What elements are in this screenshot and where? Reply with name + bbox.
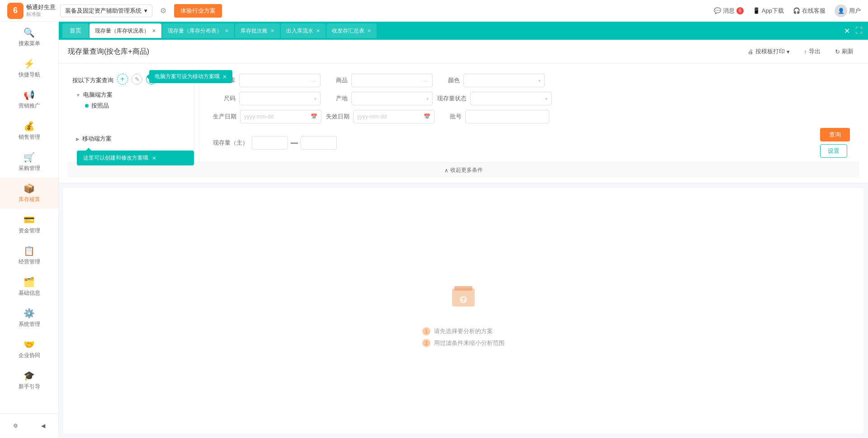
gear-button[interactable]: ⚙	[157, 5, 170, 17]
card-icon: 💳	[24, 214, 35, 225]
query-btn[interactable]: 查询	[820, 128, 850, 141]
app-download-btn[interactable]: 📱 App下载	[753, 7, 784, 15]
page-title: 现存量查询(按仓库+商品)	[68, 47, 149, 57]
query-area: 查询 设置	[820, 128, 850, 158]
add-scheme-btn[interactable]: +	[117, 74, 128, 85]
tab-fullscreen-btn[interactable]: ⛶	[854, 25, 864, 37]
online-support-btn[interactable]: 🎧 在线客服	[793, 7, 826, 15]
cart-icon: 🛒	[24, 152, 35, 163]
sidebar-item-label: 快捷导航	[19, 71, 40, 79]
tab-batch[interactable]: 库存批次账 ✕	[235, 24, 280, 38]
chevron-down-icon: ▾	[787, 48, 790, 55]
close-icon[interactable]: ✕	[316, 28, 320, 34]
tooltip-close-btn-2[interactable]: ✕	[152, 155, 156, 161]
stock-status-select[interactable]: ▾	[470, 92, 552, 105]
sidebar-item-finance[interactable]: 💳 资金管理	[0, 209, 58, 240]
close-icon[interactable]: ✕	[270, 28, 274, 34]
close-icon[interactable]: ✕	[152, 28, 156, 34]
color-select[interactable]: ▾	[463, 74, 545, 87]
sidebar-item-collab[interactable]: 🤝 企业协同	[0, 334, 58, 365]
megaphone-icon: 📢	[24, 89, 35, 100]
pc-scheme-header: ▼ 电脑端方案	[76, 89, 189, 101]
filter-row-4: 现存量（主） — 查询 设置	[213, 128, 850, 158]
calendar-icon: 📅	[311, 113, 317, 120]
tab-summary[interactable]: 收发存汇总表 ✕	[326, 24, 377, 38]
notification-btn[interactable]: 💬 消息 6	[714, 7, 744, 15]
app-selector[interactable]: 装备及固定资产辅助管理系统 ▾	[60, 5, 152, 17]
tab-label: 收发存汇总表	[332, 27, 364, 35]
produce-date-input[interactable]: yyyy-mm-dd 📅	[240, 110, 321, 123]
set-btn[interactable]: 设置	[820, 144, 847, 158]
tab-close-all-btn[interactable]: ✕	[842, 25, 852, 37]
stock-status-label: 现存量状态	[437, 94, 467, 103]
expire-date-field: 失效日期 yyyy-mm-dd 📅	[326, 110, 434, 123]
guide-icon: 🎓	[24, 370, 35, 381]
origin-select[interactable]: ▾	[351, 92, 433, 105]
close-icon[interactable]: ✕	[367, 28, 371, 34]
sidebar: 🔍 搜索菜单 ⚡ 快捷导航 📢 营销推广 💰 销售管理 🛒 采购管理 📦 库存核…	[0, 22, 59, 438]
tab-label: 现存量（库存分布表）	[168, 27, 222, 35]
logo-area: 6 畅通好生意 标准版	[7, 3, 56, 19]
tab-inout-flow[interactable]: 出入库流水 ✕	[281, 24, 326, 38]
mobile-scheme-group: ▶ 移动端方案	[76, 133, 189, 145]
sidebar-item-system[interactable]: ⚙️ 系统管理	[0, 302, 58, 334]
goods-field: 商品 ···	[325, 74, 433, 87]
tooltip-close-btn[interactable]: ✕	[222, 74, 227, 80]
user-area[interactable]: 👤 用户	[835, 5, 861, 17]
batch-field: 批号	[439, 110, 549, 123]
sidebar-item-inventory[interactable]: 📦 库存核算	[0, 178, 58, 209]
sidebar-item-search[interactable]: 🔍 搜索菜单	[0, 22, 58, 53]
edit-scheme-btn[interactable]: ✎	[132, 74, 142, 85]
tip-text-1: 请先选择要分析的方案	[434, 327, 493, 335]
refresh-btn[interactable]: ↻ 刷新	[830, 45, 859, 58]
filter-label: 按以下方案查询	[72, 74, 113, 85]
page-header: 现存量查询(按仓库+商品) 🖨 按模板打印 ▾ ↑ 导出 ↻ 刷新	[59, 40, 868, 64]
chevron-up-icon: ∧	[444, 167, 448, 174]
sidebar-item-sales[interactable]: 💰 销售管理	[0, 115, 58, 146]
sidebar-item-basic[interactable]: 🗂️ 基础信息	[0, 271, 58, 302]
sidebar-item-management[interactable]: 📋 经营管理	[0, 240, 58, 271]
batch-input[interactable]	[465, 110, 549, 123]
svg-text:?: ?	[462, 297, 465, 302]
export-btn[interactable]: ↑ 导出	[799, 45, 826, 58]
tab-inventory-dist[interactable]: 现存量（库存分布表） ✕	[162, 24, 234, 38]
sidebar-item-guide[interactable]: 🎓 新手引导	[0, 365, 58, 396]
size-select[interactable]: ▾	[239, 92, 321, 105]
sidebar-item-quicknav[interactable]: ⚡ 快捷导航	[0, 53, 58, 84]
calendar-icon-2: 📅	[424, 113, 430, 120]
expire-date-input[interactable]: yyyy-mm-dd 📅	[353, 110, 434, 123]
export-icon: ↑	[804, 48, 807, 55]
origin-field: 产地 ▾	[325, 92, 433, 105]
stock-main-max-input[interactable]	[301, 136, 337, 150]
sidebar-bottom: ⚙ ◀	[0, 413, 58, 438]
page-actions: 🖨 按模板打印 ▾ ↑ 导出 ↻ 刷新	[742, 45, 859, 58]
tip-text-2: 用过滤条件来缩小分析范围	[434, 339, 505, 347]
print-btn[interactable]: 🖨 按模板打印 ▾	[742, 45, 795, 58]
stock-main-min-input[interactable]	[252, 136, 288, 150]
sidebar-item-purchase[interactable]: 🛒 采购管理	[0, 146, 58, 178]
search-icon: 🔍	[24, 27, 35, 38]
box-icon: 📦	[24, 183, 35, 194]
warehouse-select[interactable]: ···	[239, 74, 321, 87]
tab-home[interactable]: 首页	[62, 24, 89, 38]
mobile-scheme-label: 移动端方案	[82, 135, 112, 143]
goods-select[interactable]: ···	[351, 74, 433, 87]
select-arrow-icon-4: ▾	[545, 96, 547, 101]
settings-small-icon: ⚙	[13, 423, 18, 429]
color-field: 颜色 ▾	[437, 74, 545, 87]
sidebar-item-marketing[interactable]: 📢 营销推广	[0, 84, 58, 115]
industry-button[interactable]: 体验行业方案	[174, 4, 222, 18]
sidebar-collapse-btn[interactable]: ◀	[38, 419, 49, 433]
close-icon[interactable]: ✕	[225, 28, 229, 34]
empty-state: ? 1 请先选择要分析的方案 2 用过滤条件来缩小分析范围	[63, 188, 863, 433]
empty-tip-2: 2 用过滤条件来缩小分析范围	[422, 339, 505, 347]
sidebar-settings-btn[interactable]: ⚙	[9, 419, 22, 433]
logo-text: 畅通好生意	[26, 4, 56, 11]
stock-main-field: 现存量（主） —	[213, 136, 337, 150]
goods-label: 商品	[325, 76, 348, 85]
folder-icon: 🗂️	[24, 277, 35, 287]
size-field: 尺码 ▾	[213, 92, 321, 105]
filter-area: 按以下方案查询 + ✎ ← 电脑方案可设为移动方案哦 ✕	[59, 64, 868, 184]
tab-label: 出入库流水	[286, 27, 313, 35]
tab-inventory-status[interactable]: 现存量（库存状况表） ✕	[90, 24, 161, 38]
